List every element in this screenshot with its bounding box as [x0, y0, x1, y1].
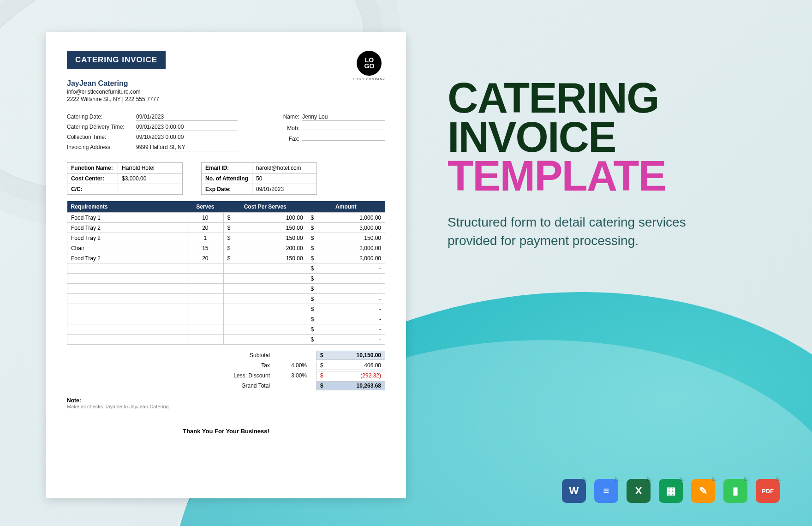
item-req: Food Tray 2: [67, 253, 187, 263]
discount-label: Less: Discount: [210, 372, 284, 379]
item-amount: $150.00: [307, 233, 385, 243]
meta-row: Name:Jenny Lou: [275, 114, 385, 121]
promo-block: CATERING INVOICE TEMPLATE Structured for…: [448, 78, 770, 251]
item-serves: 1: [187, 233, 223, 243]
info-value: Harrold Hotel: [118, 163, 183, 173]
meta-row: Catering Delivery Time:09/01/2023 0:00:0…: [67, 124, 238, 131]
meta-grid: Catering Date:09/01/2023Catering Deliver…: [67, 114, 385, 154]
pdf-format-icon[interactable]: PDF: [756, 479, 780, 503]
discount-row: Less: Discount 3.00% $(292.32): [210, 371, 385, 381]
item-amount: $3,000.00: [307, 243, 385, 253]
item-cps: $150.00: [223, 223, 307, 233]
meta-label: Catering Date:: [67, 114, 136, 120]
grand-label: Grand Total: [210, 383, 284, 389]
item-serves: 10: [187, 213, 223, 223]
item-row-empty: $-: [67, 274, 385, 284]
meta-row: Catering Date:09/01/2023: [67, 114, 238, 121]
meta-value: [302, 134, 385, 141]
numbers-format-icon[interactable]: ▮: [723, 479, 747, 503]
company-block: JayJean Catering info@bristleconefurnitu…: [67, 79, 385, 102]
item-amount-empty: $-: [307, 294, 385, 304]
item-row-empty: $-: [67, 335, 385, 345]
excel-format-icon[interactable]: X: [627, 479, 651, 503]
info-value: [118, 184, 183, 195]
col-serves: Serves: [187, 201, 223, 213]
meta-label: Catering Delivery Time:: [67, 124, 136, 130]
grand-value: 10,263.68: [357, 383, 381, 389]
word-format-icon[interactable]: W: [562, 479, 586, 503]
info-row: C/C:: [67, 184, 183, 195]
promo-desc: Structured form to detail catering servi…: [448, 213, 734, 251]
logo: LO GO LOGO COMPANY: [353, 51, 385, 81]
tax-label: Tax: [210, 362, 284, 369]
meta-value: Jenny Lou: [302, 114, 385, 121]
meta-value: [302, 124, 385, 130]
item-row-empty: $-: [67, 284, 385, 294]
docs-format-icon[interactable]: ≡: [594, 479, 618, 503]
item-amount-empty: $-: [307, 284, 385, 294]
meta-row: Collection Time:09/10/2023 0:00:00: [67, 134, 238, 141]
info-value: harold@hotel.com: [252, 163, 317, 173]
promo-line3: TEMPLATE: [448, 152, 666, 199]
tax-row: Tax 4.00% $406.00: [210, 360, 385, 371]
meta-value: 09/10/2023 0:00:00: [136, 134, 238, 141]
info-row: Function Name:Harrold Hotel: [67, 163, 183, 173]
info-row: Email ID:harold@hotel.com: [202, 163, 317, 173]
item-req: Food Tray 2: [67, 233, 187, 243]
item-cps: $150.00: [223, 233, 307, 243]
subtotal-row: Subtotal $10,150.00: [210, 350, 385, 360]
tax-pct: 4.00%: [284, 362, 316, 369]
item-req: Food Tray 2: [67, 223, 187, 233]
subtotal-value: 10,150.00: [357, 352, 381, 359]
item-row-empty: $-: [67, 294, 385, 304]
sheets-format-icon[interactable]: ▦: [659, 479, 683, 503]
promo-title: CATERING INVOICE TEMPLATE: [448, 78, 770, 196]
info-value: 50: [252, 173, 317, 184]
format-icons: W≡X▦✎▮PDF: [562, 479, 780, 503]
company-email: info@bristleconefurniture.com: [67, 89, 385, 95]
info-row: Cost Center:$3,000.00: [67, 173, 183, 184]
discount-pct: 3.00%: [284, 372, 316, 379]
item-amount: $3,000.00: [307, 223, 385, 233]
info-left-table: Function Name:Harrold HotelCost Center:$…: [67, 162, 183, 195]
note-block: Note: Make all checks payable to JayJean…: [67, 397, 385, 409]
info-grid: Function Name:Harrold HotelCost Center:$…: [67, 162, 385, 195]
meta-row: Invoicing Address:9999 Halford St, NY: [67, 144, 238, 151]
meta-label: Mob:: [275, 125, 302, 132]
item-req: Chair: [67, 243, 187, 253]
item-row-empty: $-: [67, 324, 385, 335]
pages-format-icon[interactable]: ✎: [691, 479, 715, 503]
item-amount-empty: $-: [307, 324, 385, 335]
item-amount-empty: $-: [307, 274, 385, 284]
info-value: 09/01/2023: [252, 184, 317, 195]
item-cps: $100.00: [223, 213, 307, 223]
info-row: No. of Attending50: [202, 173, 317, 184]
tax-value: 406.00: [364, 362, 381, 369]
info-label: Cost Center:: [67, 173, 118, 184]
col-requirements: Requirements: [67, 201, 187, 213]
logo-subtext: LOGO COMPANY: [353, 78, 385, 81]
meta-value: 09/01/2023: [136, 114, 238, 121]
meta-value: 09/01/2023 0:00:00: [136, 124, 238, 131]
item-serves: 20: [187, 223, 223, 233]
items-table: Requirements Serves Cost Per Serves Amou…: [67, 201, 385, 345]
logo-icon: LO GO: [357, 51, 382, 76]
item-amount-empty: $-: [307, 263, 385, 274]
info-value: $3,000.00: [118, 173, 183, 184]
totals-block: Subtotal $10,150.00 Tax 4.00% $406.00 Le…: [67, 350, 385, 391]
company-name: JayJean Catering: [67, 79, 385, 88]
item-amount: $1,000.00: [307, 213, 385, 223]
thank-you: Thank You For Your Business!: [67, 428, 385, 435]
discount-value: (292.32): [360, 372, 381, 379]
meta-label: Fax:: [275, 136, 302, 142]
info-label: No. of Attending: [202, 173, 252, 184]
grand-total-row: Grand Total $10,263.68: [210, 381, 385, 391]
item-row: Food Tray 220$150.00$3,000.00: [67, 223, 385, 233]
item-amount-empty: $-: [307, 304, 385, 314]
info-label: Exp Date:: [202, 184, 252, 195]
meta-row: Fax:: [275, 134, 385, 142]
item-row: Food Tray 220$150.00$3,000.00: [67, 253, 385, 263]
item-row: Food Tray 110$100.00$1,000.00: [67, 213, 385, 223]
meta-label: Invoicing Address:: [67, 144, 136, 150]
item-serves: 20: [187, 253, 223, 263]
